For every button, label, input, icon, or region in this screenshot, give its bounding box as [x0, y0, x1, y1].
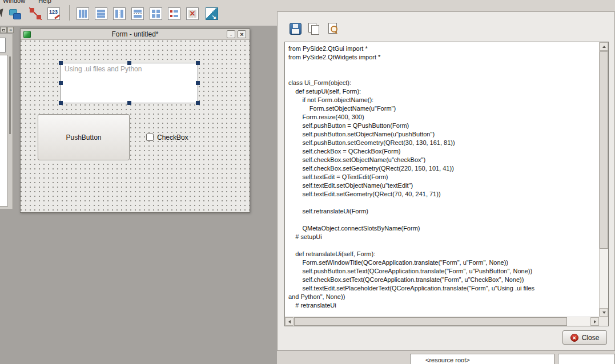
widget-filter-stub[interactable]	[0, 38, 6, 52]
scroll-left-button[interactable]	[285, 317, 294, 326]
layout-horizontal-icon	[77, 7, 89, 20]
dock-float-button[interactable]	[1, 27, 7, 33]
toolbar-button-layout-grid[interactable]	[149, 7, 163, 21]
toolbar-button-layout-splitter-vertical[interactable]	[131, 7, 144, 21]
find-icon	[327, 22, 339, 35]
layout-splitter-horizontal-icon	[113, 7, 126, 20]
selection-handle-top-middle[interactable]	[127, 61, 131, 65]
menu-window[interactable]: Window	[3, 0, 25, 4]
menu-help[interactable]: Help	[38, 0, 51, 4]
horizontal-scroll-thumb[interactable]	[294, 317, 567, 326]
find-code-button[interactable]	[326, 22, 340, 35]
edit-widgets-icon	[0, 7, 9, 20]
toolbar-button-layout-horizontal[interactable]	[76, 7, 90, 21]
resource-browser-strip: <resource root>	[277, 351, 615, 364]
resource-panel-stub	[558, 354, 615, 364]
edit-buddies-icon	[29, 7, 42, 20]
code-text: from PySide2.QtGui import * from PySide2…	[285, 42, 599, 317]
scroll-down-button[interactable]	[600, 308, 608, 317]
right-arrow-icon	[594, 320, 596, 323]
up-arrow-icon	[602, 46, 606, 48]
form-close-button[interactable]: ×	[238, 30, 246, 38]
left-arrow-icon	[288, 320, 291, 323]
textedit-widget[interactable]: Using .ui files and Python	[61, 63, 198, 103]
restore-icon	[2, 29, 5, 31]
dock-close-button[interactable]	[7, 27, 14, 33]
form-minimize-button[interactable]: -	[227, 30, 235, 38]
layout-grid-icon	[150, 7, 162, 20]
toolbar-button-layout-vertical[interactable]	[94, 7, 108, 21]
close-button-label: Close	[582, 334, 600, 342]
selection-handle-middle-left[interactable]	[59, 81, 63, 85]
python-code-dialog: from PySide2.QtGui import * from PySide2…	[277, 11, 615, 351]
menubar: Window Help	[3, 0, 63, 4]
code-vertical-scrollbar[interactable]	[599, 42, 608, 317]
selection-handle-bottom-right[interactable]	[196, 101, 200, 105]
toolbar-button-edit-tab-order[interactable]: 123	[47, 7, 61, 21]
selection-handle-bottom-left[interactable]	[59, 101, 63, 105]
scroll-right-button[interactable]	[590, 317, 599, 326]
qt-designer-screen: { "colors": { "toolbar_bg": "#d7d3ce", "…	[0, 0, 615, 364]
widget-box-panel-edge	[0, 34, 13, 209]
toolbar-separator	[69, 5, 70, 21]
textedit-placeholder: Using .ui files and Python	[61, 63, 198, 75]
toolbar-button-layout-form[interactable]	[167, 7, 181, 21]
mdi-workspace: Form - untitled* - × Using .ui files and…	[0, 26, 277, 364]
scrollbar-corner	[599, 317, 608, 326]
form-canvas[interactable]: Using .ui files and Python PushButton Ch…	[21, 40, 250, 212]
form-window-titlebar[interactable]: Form - untitled* - ×	[21, 29, 250, 40]
vertical-scroll-thumb[interactable]	[600, 51, 608, 249]
down-arrow-icon	[602, 312, 606, 314]
pushbutton-widget[interactable]: PushButton	[38, 114, 130, 160]
break-layout-icon	[186, 7, 199, 20]
checkbox-indicator[interactable]	[146, 134, 154, 141]
copy-code-button[interactable]	[307, 22, 320, 35]
code-horizontal-scrollbar[interactable]	[285, 317, 599, 326]
close-icon	[570, 334, 578, 342]
toolbar-button-adjust-size[interactable]	[205, 7, 219, 21]
magnifier-handle-icon	[334, 31, 337, 34]
tab-order-label: 123	[49, 9, 58, 15]
save-icon	[290, 23, 302, 35]
adjust-size-icon	[206, 7, 218, 20]
layout-splitter-vertical-icon	[131, 7, 144, 20]
copy-icon	[307, 22, 320, 35]
form-designer-window: Form - untitled* - × Using .ui files and…	[20, 29, 250, 213]
edit-tab-order-icon: 123	[47, 7, 60, 20]
toolbar-button-layout-splitter-horizontal[interactable]	[112, 7, 126, 21]
checkbox-label: CheckBox	[157, 134, 188, 141]
selection-handle-middle-right[interactable]	[196, 81, 200, 85]
resource-root-item[interactable]: <resource root>	[410, 354, 554, 364]
toolbar-button-edit-signals-slots[interactable]	[8, 7, 22, 21]
selection-handle-top-right[interactable]	[196, 61, 200, 65]
widget-list-stub	[0, 55, 8, 207]
code-view[interactable]: from PySide2.QtGui import * from PySide2…	[284, 42, 609, 326]
layout-form-icon	[168, 7, 180, 20]
close-dialog-button[interactable]: Close	[562, 330, 607, 345]
save-code-button[interactable]	[288, 22, 302, 35]
selection-handle-bottom-middle[interactable]	[127, 101, 131, 105]
layout-vertical-icon	[95, 7, 107, 20]
scroll-up-button[interactable]	[600, 42, 608, 51]
widget-list-scrollbar[interactable]	[9, 56, 11, 134]
selection-handle-top-left[interactable]	[59, 61, 63, 65]
toolbar-button-break-layout[interactable]	[186, 7, 199, 21]
checkbox-widget[interactable]: CheckBox	[146, 126, 204, 149]
form-window-title: Form - untitled*	[21, 30, 250, 38]
toolbar-button-edit-buddies[interactable]	[29, 7, 42, 21]
edit-signals-slots-icon	[9, 7, 21, 20]
